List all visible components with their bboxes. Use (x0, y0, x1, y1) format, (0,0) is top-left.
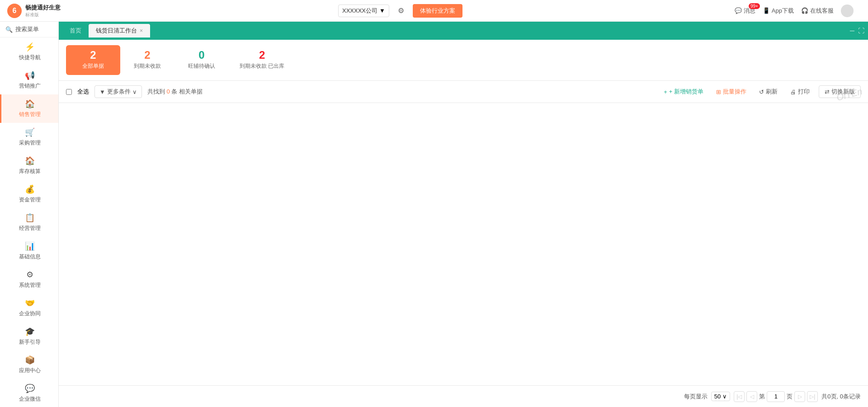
sidebar-item-purchase[interactable]: 🛒 采购管理 (0, 123, 58, 151)
add-sale-btn[interactable]: + + 新增销货单 (660, 86, 707, 98)
table-area (59, 103, 868, 385)
system-icon: ⚙ (26, 270, 33, 280)
guide-icon: 🎓 (25, 327, 35, 337)
top-header: 6 畅捷通好生意 标准版 XXXXXX公司 ▼ ⚙ 体验行业方案 💬 消息 99… (0, 0, 868, 22)
sidebar-item-label: 系统管理 (19, 281, 41, 289)
sidebar-item-enterprise[interactable]: 🤝 企业协同 (0, 294, 58, 322)
sidebar-item-inventory[interactable]: 🏠 库存核算 (0, 151, 58, 180)
page-first-btn[interactable]: |◁ (734, 391, 745, 402)
switch-icon: ⇄ (825, 89, 830, 95)
page-next-btn[interactable]: ▷ (794, 391, 805, 402)
avatar[interactable] (841, 5, 854, 17)
page-content: 2 全部单据 2 到期未收款 0 旺辅待确认 2 到期未收款 已出库 (59, 40, 868, 407)
batch-icon: ⊞ (716, 89, 721, 95)
card-label-overdue: 到期未收款 (131, 62, 164, 70)
purchase-icon: 🛒 (25, 127, 35, 137)
company-selector[interactable]: XXXXXX公司 ▼ (338, 5, 389, 17)
base-info-icon: 📊 (25, 241, 35, 251)
message-action[interactable]: 💬 消息 99+ (735, 7, 755, 15)
card-count-overdue: 2 (131, 49, 164, 61)
per-page-chevron: ∨ (722, 393, 727, 400)
sidebar-item-label: 采购管理 (19, 139, 41, 147)
card-count-pending: 0 (185, 49, 218, 61)
sidebar-item-label: 销售管理 (19, 111, 41, 118)
summary-card-overdue-out[interactable]: 2 到期未收款 已出库 (229, 45, 295, 75)
card-count-all: 2 (77, 49, 109, 61)
sidebar-item-finance[interactable]: 💰 资金管理 (0, 180, 58, 208)
page-input[interactable] (767, 391, 785, 402)
add-sale-label: + 新增销货单 (669, 88, 703, 96)
sidebar-item-label: 企业微信 (19, 395, 41, 403)
inventory-icon: 🏠 (25, 156, 35, 166)
add-icon: + (664, 89, 667, 95)
tab-home-label: 首页 (70, 27, 81, 35)
online-service-label: 在线客服 (810, 7, 834, 15)
message-icon: 💬 (735, 7, 742, 14)
switch-btn[interactable]: ⇄ 切换新版 (819, 85, 861, 98)
sidebar-item-operations[interactable]: 📋 经营管理 (0, 208, 58, 237)
batch-label: 批量操作 (723, 88, 746, 96)
message-badge: 99+ (749, 3, 760, 9)
logo-text: 畅捷通好生意 标准版 (25, 4, 61, 18)
sidebar-item-quick-nav[interactable]: ⚡ 快捷导航 (0, 37, 58, 66)
card-label-all: 全部单据 (77, 62, 109, 70)
tab-actions: ─ ⛶ (850, 27, 864, 34)
sidebar-item-base-info[interactable]: 📊 基础信息 (0, 237, 58, 265)
filter-btn[interactable]: ▼ 更多条件 ∨ (94, 85, 142, 98)
page-last-btn[interactable]: ▷| (807, 391, 818, 402)
summary-card-overdue[interactable]: 2 到期未收款 (120, 45, 175, 75)
per-page-select[interactable]: 50 ∨ (711, 392, 730, 401)
found-count-text: 共找到 0 条 相关单据 (147, 88, 203, 96)
sidebar-item-guide[interactable]: 🎓 新手引导 (0, 322, 58, 351)
sales-icon: 🏠 (25, 99, 35, 109)
page-prev-btn[interactable]: ◁ (746, 391, 757, 402)
service-icon: 🎧 (801, 7, 808, 14)
tab-maximize-icon[interactable]: ⛶ (858, 27, 864, 34)
sidebar-item-apps[interactable]: 📦 应用中心 (0, 351, 58, 379)
app-name: 畅捷通好生意 (25, 4, 61, 12)
print-btn[interactable]: 🖨 打印 (787, 86, 813, 98)
search-icon: 🔍 (5, 26, 13, 33)
sidebar-item-label: 经营管理 (19, 225, 41, 232)
tab-workbench[interactable]: 钱货日清工作台 × (89, 24, 150, 37)
refresh-btn[interactable]: ↺ 刷新 (755, 86, 781, 98)
sidebar-item-system[interactable]: ⚙ 系统管理 (0, 265, 58, 294)
sidebar-item-marketing[interactable]: 📢 营销推广 (0, 66, 58, 94)
card-count-overdue-out: 2 (240, 49, 284, 61)
sidebar-search-label: 搜索菜单 (15, 25, 39, 33)
summary-card-all[interactable]: 2 全部单据 (66, 45, 120, 75)
download-icon: 📱 (763, 7, 770, 14)
print-label: 打印 (798, 88, 810, 96)
finance-icon: 💰 (25, 184, 35, 194)
refresh-label: 刷新 (766, 88, 778, 96)
online-service-action[interactable]: 🎧 在线客服 (801, 7, 834, 15)
tab-home[interactable]: 首页 (62, 24, 89, 37)
page-suffix: 页 (787, 393, 793, 401)
sidebar-item-label: 基础信息 (19, 253, 41, 261)
settings-icon[interactable]: ⚙ (395, 5, 407, 17)
tab-minimize-icon[interactable]: ─ (850, 27, 854, 34)
main-layout: 🔍 搜索菜单 ⚡ 快捷导航 📢 营销推广 🏠 销售管理 🛒 采购管理 🏠 库存核… (0, 22, 868, 407)
logo-area: 6 畅捷通好生意 标准版 (7, 4, 66, 18)
sidebar-item-sales[interactable]: 🏠 销售管理 (0, 94, 58, 123)
batch-btn[interactable]: ⊞ 批量操作 (712, 86, 750, 98)
pagination: 每页显示 50 ∨ |◁ ◁ 第 页 ▷ ▷| 共0页, 0条记录 (59, 385, 868, 407)
tab-workbench-label: 钱货日清工作台 (96, 27, 137, 35)
marketing-icon: 📢 (25, 70, 35, 80)
per-page-label: 每页显示 (684, 393, 708, 401)
app-download-label: App下载 (772, 7, 794, 15)
sidebar: 🔍 搜索菜单 ⚡ 快捷导航 📢 营销推广 🏠 销售管理 🛒 采购管理 🏠 库存核… (0, 22, 59, 407)
select-all-checkbox[interactable] (66, 89, 72, 95)
sidebar-search[interactable]: 🔍 搜索菜单 (0, 22, 58, 37)
industry-btn[interactable]: 体验行业方案 (413, 4, 462, 18)
enterprise-icon: 🤝 (25, 298, 35, 308)
summary-card-pending[interactable]: 0 旺辅待确认 (175, 45, 229, 75)
tab-close-icon[interactable]: × (140, 28, 143, 34)
app-download-action[interactable]: 📱 App下载 (763, 7, 794, 15)
card-label-pending: 旺辅待确认 (185, 62, 218, 70)
app-logo-icon: 6 (7, 4, 22, 18)
toolbar-right: + + 新增销货单 ⊞ 批量操作 ↺ 刷新 🖨 打印 (660, 85, 861, 98)
select-all-label: 全选 (77, 88, 89, 96)
sidebar-item-wechat[interactable]: 💬 企业微信 (0, 379, 58, 407)
print-icon: 🖨 (790, 89, 796, 95)
